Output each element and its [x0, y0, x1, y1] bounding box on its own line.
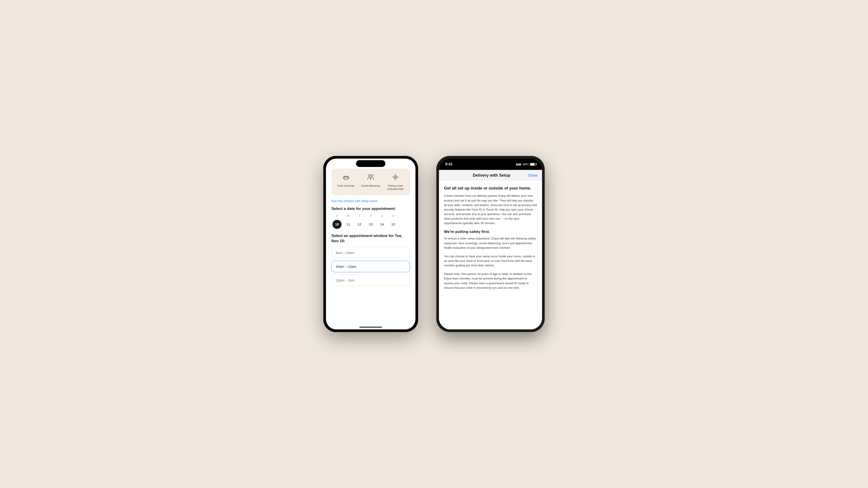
face-coverings-label: Face coverings	[338, 184, 354, 187]
cal-day-1: W	[343, 215, 354, 218]
nav-done-button[interactable]: Done	[528, 173, 537, 178]
calendar: T W T F S S 10 11 12 13 14 15	[331, 215, 410, 229]
date-section-title: Select a date for your appointment:	[331, 206, 410, 211]
social-distancing-label: Social distancing	[362, 184, 380, 187]
sheet: Get all set up inside or outside of your…	[439, 180, 542, 329]
notch-pill	[356, 160, 385, 167]
time-slot-12pm[interactable]: 12pm – 2pm	[331, 274, 410, 286]
home-indicator-area	[326, 325, 415, 329]
home-indicator	[360, 327, 382, 328]
status-bar: 9:41 ▮▮▮▮ WiFi	[439, 159, 542, 170]
safety-item-social-distancing: Social distancing	[361, 173, 381, 191]
cal-date-15[interactable]: 15	[388, 219, 399, 229]
battery-icon	[530, 163, 536, 166]
wifi-icon: WiFi	[523, 163, 528, 166]
sheet-paragraph-1: A team member from our delivery partner …	[444, 194, 537, 225]
dynamic-island	[477, 159, 504, 165]
left-phone: Face coverings Social di	[323, 156, 418, 332]
safety-strip: Face coverings Social di	[331, 168, 410, 195]
sheet-heading-2: We're putting safety first.	[444, 230, 537, 234]
time-slot-8am[interactable]: 8am – 10am	[331, 247, 410, 258]
safety-item-delivery-team: Delivery team evaluated daily	[385, 173, 405, 191]
appointment-section-title: Select an appointment window for Tue, No…	[331, 233, 410, 244]
scene: Face coverings Social di	[276, 156, 592, 332]
right-phone: 9:41 ▮▮▮▮ WiFi Delivery with Setup Done	[436, 156, 545, 332]
left-content: Face coverings Social di	[326, 168, 415, 325]
cal-day-4: S	[376, 215, 388, 218]
cal-day-3: F	[365, 215, 376, 218]
cal-day-2: T	[354, 215, 365, 218]
status-icons: ▮▮▮▮ WiFi	[516, 163, 536, 166]
face-coverings-icon	[342, 173, 350, 182]
cal-date-13[interactable]: 13	[365, 219, 376, 229]
safety-item-face-coverings: Face coverings	[336, 173, 356, 191]
left-phone-screen: Face coverings Social di	[326, 159, 415, 329]
right-phone-screen: 9:41 ▮▮▮▮ WiFi Delivery with Setup Done	[439, 159, 542, 329]
cal-date-10[interactable]: 10	[333, 220, 342, 229]
see-how-link[interactable]: See how Delivery with Setup works	[331, 199, 410, 203]
sheet-content: Get all set up inside or outside of your…	[444, 186, 537, 324]
svg-point-9	[395, 176, 396, 177]
delivery-team-label: Delivery team evaluated daily	[385, 184, 405, 191]
social-distancing-icon	[367, 173, 375, 182]
time-slot-10am[interactable]: 10am – 12pm	[331, 261, 410, 272]
cal-day-5: S	[388, 215, 399, 218]
calendar-dates: 10 11 12 13 14 15	[331, 219, 410, 229]
nav-title: Delivery with Setup	[473, 173, 510, 178]
svg-point-2	[371, 174, 373, 176]
cal-day-0: T	[331, 215, 343, 218]
svg-point-1	[368, 174, 370, 176]
signal-icon: ▮▮▮▮	[516, 163, 521, 166]
sheet-paragraph-3: You can choose to have your setup occur …	[444, 254, 537, 268]
nav-bar: Delivery with Setup Done	[439, 170, 542, 180]
status-time: 9:41	[445, 162, 453, 166]
sheet-paragraph-4: Please note: One person 18 years of age …	[444, 272, 537, 290]
cal-date-12[interactable]: 12	[354, 219, 365, 229]
sheet-heading-1: Get all set up inside or outside of your…	[444, 186, 537, 191]
calendar-header: T W T F S S	[331, 215, 410, 218]
delivery-team-icon	[391, 173, 399, 182]
notch-area	[326, 159, 415, 168]
sheet-paragraph-2: To ensure a safer setup experience, Enjo…	[444, 236, 537, 250]
cal-date-11[interactable]: 11	[343, 219, 354, 229]
svg-point-0	[343, 176, 348, 180]
cal-date-14[interactable]: 14	[376, 219, 388, 229]
